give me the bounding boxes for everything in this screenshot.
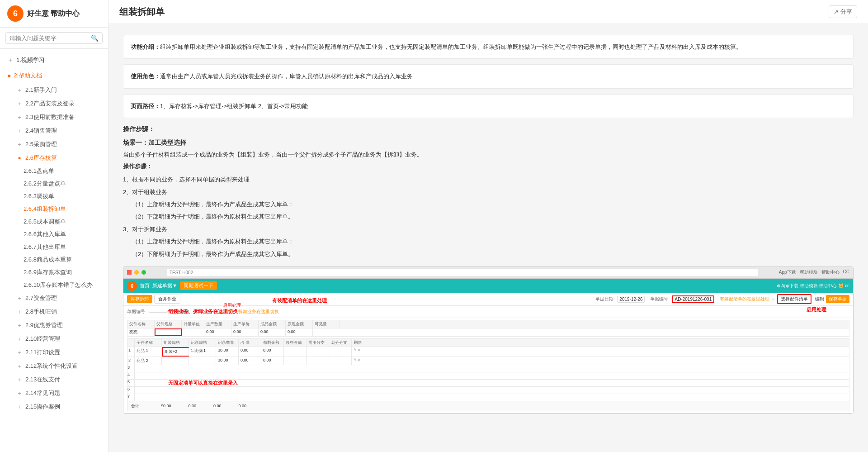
- sidebar-item-2-6-7[interactable]: 2.6.7其他出库单: [16, 241, 108, 253]
- sidebar-item-2-6-8[interactable]: 2.6.8商品成本重算: [16, 253, 108, 266]
- sidebar-item-2-5[interactable]: ＋ 2.5采购管理: [9, 138, 108, 151]
- search-icon[interactable]: 🔍: [91, 34, 99, 42]
- sidebar-item-2-6-4[interactable]: 2.6.4组装拆卸单: [16, 203, 108, 215]
- sidebar-item-2-4[interactable]: ＋ 2.4销售管理: [9, 124, 108, 138]
- search-input-wrap[interactable]: 🔍: [5, 32, 103, 44]
- sidebar: 6 好生意 帮助中心 🔍 ＋ 1.视频学习 ● 2.帮助文档 ＋: [0, 0, 108, 452]
- logo-text: 好生意 帮助中心: [27, 9, 80, 19]
- sidebar-item-2-8[interactable]: ＋ 2.8手机旺铺: [9, 305, 108, 319]
- minus-icon-2: ●: [7, 72, 11, 79]
- logo-area: 6 好生意 帮助中心: [0, 0, 108, 28]
- form-row: 启用处理 单据编号 往来单位 组装业务、拆卸业务在这里切换: [123, 306, 853, 318]
- sidebar-item-2-11[interactable]: ＋ 2.11打印设置: [9, 346, 108, 359]
- url-bar: TEST-H002: [167, 269, 758, 276]
- sub-tab-inactive[interactable]: 合并作业: [154, 295, 180, 304]
- sidebar-item-2-15[interactable]: ＋ 2.15操作案例: [9, 400, 108, 414]
- step-item-1: 2、对于组装业务: [123, 187, 854, 197]
- select-bom-btn[interactable]: 选择配件清单: [777, 294, 811, 304]
- sub-tab-active[interactable]: 库存拆卸: [127, 295, 152, 303]
- step-sub-item-2-2: （2）下部明细为子件明细，最终作为原材料生成其它出库单。: [132, 211, 854, 222]
- sidebar-item-label-1: 1.视频学习: [16, 56, 45, 64]
- minimize-icon: [134, 270, 139, 275]
- step-sub-list-3: （1）上部明细为父件明细，最终作为原材料生成其它出库单； （2）下部明细为子件明…: [132, 236, 854, 259]
- close-icon: [127, 270, 132, 275]
- sidebar-item-2-12[interactable]: ＋ 2.12系统个性化设置: [9, 359, 108, 373]
- sub-th-need-branch: 需用分支: [307, 339, 329, 347]
- sidebar-item-video[interactable]: ＋ 1.视频学习: [0, 52, 108, 68]
- sidebar-item-2-6-9[interactable]: 2.6.9库存账本查询: [16, 266, 108, 279]
- plus-icon-2-2: ＋: [16, 100, 23, 107]
- sidebar-item-2-10[interactable]: ＋ 2.10经营管理: [9, 332, 108, 346]
- sidebar-item-2-3[interactable]: ＋ 2.3使用前数据准备: [9, 110, 108, 124]
- sidebar-item-2-9[interactable]: ＋ 2.9优惠券管理: [9, 319, 108, 332]
- path-box: 页面路径：1、库存核算->库存管理->组装拆卸单 2、首页->常用功能: [123, 94, 854, 118]
- sidebar-item-2-6-5[interactable]: 2.6.5成本调整单: [16, 215, 108, 228]
- sidebar-item-2-6-10[interactable]: 2.6.10库存账本错了怎么办: [16, 279, 108, 291]
- path-label: 页面路径：: [131, 103, 160, 109]
- nav-section-1: ＋ 1.视频学习: [0, 52, 108, 68]
- sidebar-item-2-13[interactable]: ＋ 2.13在线支付: [9, 373, 108, 386]
- share-button[interactable]: ↗ 分享: [829, 5, 857, 18]
- path-text: 1、库存核算->库存管理->组装拆卸单 2、首页->常用功能: [160, 103, 308, 109]
- sidebar-label-2-11: 2.11打印设置: [25, 348, 60, 357]
- plus-icon-2-8: ＋: [16, 309, 23, 315]
- td-parent-spec: [155, 328, 182, 336]
- sidebar-item-2-1[interactable]: ＋ 2.1新手入门: [9, 83, 108, 97]
- help-center-link: 帮助中心: [821, 269, 840, 276]
- app-download-link: App下载: [779, 269, 796, 276]
- screenshot-container: TEST-H002 App下载 帮助模块 帮助中心 CC 6 首页 新建单据▼: [123, 266, 854, 414]
- sidebar-label-2-13: 2.13在线支付: [25, 376, 60, 384]
- bill-no-label-mock: 单据编号: [650, 296, 668, 302]
- sidebar-item-2-6-6[interactable]: 2.6.6其他入库单: [16, 228, 108, 241]
- sidebar-item-2-7[interactable]: ＋ 2.7资金管理: [9, 291, 108, 305]
- edit-label: 编辑: [815, 296, 824, 302]
- sidebar-label-2-1: 2.1新手入门: [25, 86, 57, 94]
- maximize-icon: [142, 270, 146, 275]
- sub-th-occupy: 占 量: [239, 339, 261, 347]
- intro-label: 功能介绍：: [131, 43, 160, 50]
- form-name-input[interactable]: [193, 311, 212, 313]
- scene1-label: 场景一：加工类型选择: [123, 139, 854, 147]
- step-list: 1、根据不同的业务，选择不同单据的类型来处理 2、对于组装业务 （1）上部明细为…: [123, 174, 854, 259]
- intro-text: 组装拆卸单用来处理企业组装或拆卸等加工业务，支持有固定装配清单的产品加工业务，也…: [160, 43, 742, 50]
- plus-icon-2-12: ＋: [16, 363, 23, 369]
- sub-row-2: 2 商品 2 30.00 0.00 0.00: [127, 357, 849, 365]
- plus-icon-2-1: ＋: [16, 87, 23, 93]
- table-area: 父件名称 父件规格 计量单位 生产数量 生产单价 成品金额 原规金额 可见量: [123, 318, 853, 413]
- sub-table-wrap: 子件名称 组装规格 记录规格 记录数量 占 量 领料金额 领料金额 需用分支 划…: [127, 338, 849, 411]
- th-original: 原规金额: [286, 320, 313, 328]
- sidebar-item-2-2[interactable]: ＋ 2.2产品安装及登录: [9, 97, 108, 110]
- td-unit: [182, 328, 204, 336]
- plus-icon-1: ＋: [7, 56, 14, 64]
- footer-original-val: 0.00: [239, 404, 247, 408]
- sub-th-spec1: 组装规格: [162, 339, 189, 347]
- nav-sub-sub-list-2-6: 2.6.1盘点单 2.6.2分量盘点单 2.6.3调拨单 2.6.4组装拆卸单 …: [9, 165, 108, 291]
- form-num-input[interactable]: [149, 311, 168, 313]
- sub-th-del: 删除: [352, 339, 365, 347]
- th-unit: 计量单位: [182, 320, 204, 328]
- sidebar-label-2-7: 2.7资金管理: [25, 294, 57, 302]
- search-input[interactable]: [9, 35, 91, 42]
- sidebar-item-2-6[interactable]: ● 2.6库存核算: [9, 151, 108, 165]
- sub-th-mat-amount: 领料金额: [261, 339, 284, 347]
- sidebar-item-helpdocs[interactable]: ● 2.帮助文档: [0, 68, 108, 83]
- page-title: 组装拆卸单: [119, 6, 165, 18]
- sidebar-label-2-14: 2.14常见问题: [25, 389, 60, 397]
- plus-icon-2-11: ＋: [16, 349, 23, 356]
- app-nav-right: ⊕ App下载 帮助模块 帮助中心 🐱 cc: [777, 283, 849, 289]
- plus-icon-2-5: ＋: [16, 141, 23, 147]
- plus-icon-2-13: ＋: [16, 376, 23, 383]
- plus-icon-2-10: ＋: [16, 336, 23, 342]
- date-value: 2019-12-26: [617, 296, 645, 303]
- save-btn[interactable]: 保存单据: [826, 295, 849, 303]
- sidebar-item-2-6-3[interactable]: 2.6.3调拨单: [16, 190, 108, 203]
- sidebar-item-2-6-1[interactable]: 2.6.1盘点单: [16, 165, 108, 177]
- sidebar-item-2-6-2[interactable]: 2.6.2分量盘点单: [16, 177, 108, 190]
- search-bar: 🔍: [0, 28, 108, 49]
- screenshot: TEST-H002 App下载 帮助模块 帮助中心 CC 6 首页 新建单据▼: [123, 266, 854, 414]
- nav-list: ＋ 1.视频学习 ● 2.帮助文档 ＋ 2.1新手入门 ＋ 2.2产品安装及登录: [0, 49, 108, 417]
- plus-icon-2-3: ＋: [16, 114, 23, 120]
- sub-row-1: 1 商品 1 组装+2 1:比例:1 30.00 0.00 0.00: [127, 347, 849, 357]
- sidebar-item-2-14[interactable]: ＋ 2.14常见问题: [9, 386, 108, 400]
- sub-th-num: [127, 339, 135, 347]
